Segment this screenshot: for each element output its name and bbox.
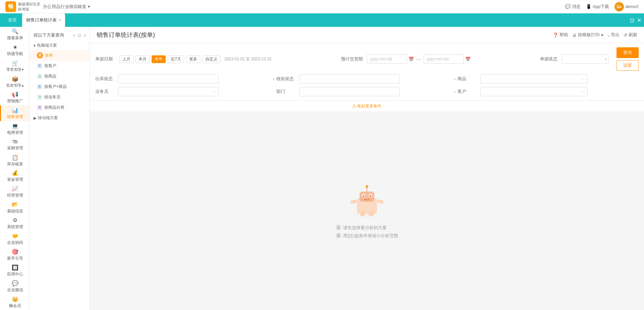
left-panel-header-actions: + ⊙ «: [73, 33, 86, 38]
date-last-month[interactable]: 上月: [119, 55, 133, 63]
main-layout: 🔍 搜索菜单 ★ 快捷导航 🛒 零售管理 ▾ 📦 批发管理 ▴ 📢 营销推广: [0, 27, 644, 310]
salesperson-field[interactable]: ···: [118, 87, 219, 96]
user-area[interactable]: Ea demo2: [614, 2, 639, 11]
avatar: Ea: [614, 2, 624, 11]
svg-rect-9: [360, 212, 365, 216]
left-panel: 按以下方案查询 + ⊙ « ▾ 电脑端方案 按 按单 客 按客户: [30, 27, 90, 310]
department-select[interactable]: [299, 87, 400, 96]
sidebar-item-sales[interactable]: 📊 销售管理: [0, 105, 29, 121]
sidebar-item-newuser[interactable]: 🎯 新手引导: [0, 247, 29, 263]
empty-hint-1: 1 请先选择要分析的方案: [336, 225, 398, 231]
sidebar-item-inventory[interactable]: 📋 库存核算: [0, 153, 29, 168]
tab-close-icon[interactable]: ×: [59, 18, 61, 22]
logo-area: 畅 畅捷通好生意 标准版: [5, 1, 40, 12]
breadcrumb-dropdown-icon[interactable]: ▾: [88, 4, 90, 9]
tab-restore-button[interactable]: ⊡: [630, 17, 634, 23]
logo-icon: 畅: [5, 1, 16, 12]
svg-rect-7: [350, 199, 357, 204]
expected-date-label: 预计交货期: [341, 56, 363, 62]
sidebar-item-finance[interactable]: 💰 资金管理: [0, 168, 29, 184]
shipment-col: 出库状态 ▾: [95, 74, 276, 84]
goods-col: 商品 ···: [458, 74, 639, 84]
calendar-icon-2[interactable]: 📅: [465, 57, 471, 62]
calendar-icon-1[interactable]: 📅: [409, 57, 414, 62]
solution-by-salesperson[interactable]: 员 按业务员: [30, 92, 90, 102]
solution-by-goods-category[interactable]: 类 按商品分类: [30, 102, 90, 113]
help-button[interactable]: ❓ 帮助: [553, 32, 568, 38]
refresh-button[interactable]: ↺ 刷新: [624, 32, 637, 38]
expected-date-from[interactable]: [367, 54, 407, 64]
sidebar-item-quick-nav[interactable]: ★ 快捷导航: [0, 43, 29, 58]
department-label: 部门: [276, 89, 297, 95]
solution-by-customer[interactable]: 客 按客户: [30, 61, 90, 71]
content-area: 销售订单统计表(按单) ❓ 帮助 🖨 按模板打印 ▾ ↓ 导出 ↺ 刷新: [90, 27, 644, 310]
goods-field[interactable]: ···: [480, 74, 588, 84]
shipment-label: 出库状态: [95, 76, 115, 82]
sidebar: 🔍 搜索菜单 ★ 快捷导航 🛒 零售管理 ▾ 📦 批发管理 ▴ 📢 营销推广: [0, 27, 30, 310]
date-last-7days[interactable]: 近7天: [168, 55, 184, 63]
mobile-group-title[interactable]: ▶ 移动端方案: [30, 113, 90, 122]
by-goods-icon: 品: [37, 74, 42, 79]
template-print-button[interactable]: 🖨 按模板打印 ▾: [572, 32, 603, 38]
sidebar-item-enterprise[interactable]: 🤝 企业协同: [0, 231, 29, 247]
shipment-arrow-icon: ▾: [273, 77, 274, 81]
add-solution-button[interactable]: +: [73, 33, 75, 38]
sidebar-item-search-menu[interactable]: 🔍 搜索菜单: [0, 27, 29, 43]
date-options: 上月 本月 本年 近7天 更多 自定义: [119, 55, 220, 63]
mobile-expand-icon: ▶: [34, 116, 37, 120]
export-button[interactable]: ↓ 导出: [607, 32, 620, 38]
collapse-bar[interactable]: ⋀ 收起更多条件: [90, 101, 644, 112]
finance-icon: 💰: [12, 170, 18, 176]
sidebar-item-operations[interactable]: 📈 经营管理: [0, 184, 29, 200]
tab-sales-stats[interactable]: 销售订单统计表 ×: [22, 13, 65, 27]
sales-icon: 📊: [12, 107, 18, 113]
date-this-year[interactable]: 本年: [152, 55, 166, 63]
page-header: 销售订单统计表(按单) ❓ 帮助 🖨 按模板打印 ▾ ↓ 导出 ↺ 刷新: [90, 27, 644, 43]
settings-solution-button[interactable]: ⊙: [77, 33, 82, 38]
status-select[interactable]: [561, 54, 608, 64]
date-this-month[interactable]: 本月: [136, 55, 150, 63]
sidebar-item-ecommerce[interactable]: 💻 电商管理: [0, 121, 29, 137]
message-button[interactable]: 💬 消息: [565, 4, 581, 10]
collapse-panel-button[interactable]: «: [84, 33, 86, 38]
sidebar-item-system[interactable]: ⚙ 系统管理: [0, 216, 29, 231]
tab-home[interactable]: 首页: [3, 13, 22, 27]
payment-label: 收款状态: [276, 76, 297, 82]
date-more[interactable]: 更多: [186, 55, 200, 63]
payment-select[interactable]: [299, 74, 400, 84]
tab-close-window-button[interactable]: ✕: [637, 17, 641, 23]
expand-icon: ▾: [34, 43, 36, 48]
sidebar-item-member[interactable]: 👑 畅会员: [0, 294, 29, 310]
solution-by-customer-goods[interactable]: 客 按客户+商品: [30, 82, 90, 92]
app-download-button[interactable]: 📱 App下载: [586, 4, 609, 10]
date-range-text: 2023-01-01 至 2023-12-31: [224, 56, 272, 62]
date-custom[interactable]: 自定义: [202, 55, 220, 63]
settings-button[interactable]: 设置: [616, 60, 639, 71]
sidebar-item-basic[interactable]: 📂 基础信息: [0, 200, 29, 216]
solution-by-order[interactable]: 按 按单: [30, 50, 90, 61]
by-goods-category-icon: 类: [37, 105, 42, 110]
logo-text: 畅捷通好生意 标准版: [18, 2, 40, 11]
filter-row-1: 单据日期 上月 本月 本年 近7天 更多 自定义 2023-01-01 至 20…: [95, 47, 639, 71]
desktop-group-title[interactable]: ▾ 电脑端方案: [30, 41, 90, 50]
shipment-select[interactable]: [118, 74, 219, 84]
query-button[interactable]: 查询: [616, 47, 639, 58]
filter-row-3: 业务员 ··· 部门 ▾ 客户: [95, 87, 639, 96]
sidebar-item-appstore[interactable]: 🔲 应用中心: [0, 263, 29, 278]
sidebar-item-wholesale[interactable]: 📦 批发管理 ▴: [0, 74, 29, 90]
sidebar-item-marketing[interactable]: 📢 营销推广: [0, 90, 29, 106]
export-icon: ↓: [607, 33, 610, 38]
refresh-icon: ↺: [624, 33, 627, 38]
sidebar-item-purchase[interactable]: 🛍 采购管理: [0, 137, 29, 153]
customer-field[interactable]: ···: [480, 87, 588, 96]
svg-point-12: [366, 185, 368, 188]
payment-select-wrapper: ▾: [299, 74, 458, 84]
solution-by-goods[interactable]: 品 按商品: [30, 71, 90, 82]
expected-date-to[interactable]: [424, 54, 464, 64]
member-icon: 👑: [12, 296, 18, 302]
sidebar-item-retail[interactable]: 🛒 零售管理 ▾: [0, 58, 29, 74]
expected-date-range: 📅 — 📅: [367, 54, 471, 64]
print-dropdown-icon: ▾: [601, 33, 603, 38]
sidebar-item-wechat[interactable]: 💬 企业微信: [0, 278, 29, 294]
empty-text-list: 1 请先选择要分析的方案 2 用[过滤]条件来缩小分析范围: [336, 225, 398, 241]
